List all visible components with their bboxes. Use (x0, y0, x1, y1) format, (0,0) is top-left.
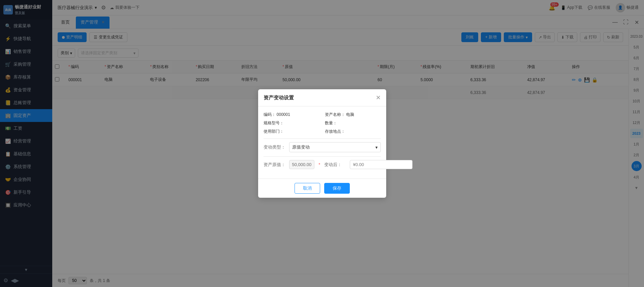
modal-spec: 规格型号： (264, 120, 319, 126)
modal-asset-value-row: 资产原值： 50,000.00 * 变动后： (264, 160, 381, 169)
modal-footer: 取消 保存 (258, 179, 386, 198)
change-type-label: 变动类型： (264, 144, 286, 150)
modal-location: 存放地点： (325, 129, 381, 134)
change-type-select[interactable]: 原值变动 ▾ (289, 142, 381, 152)
change-type-value: 原值变动 (292, 144, 310, 150)
modal-header: 资产变动设置 ✕ (258, 89, 386, 106)
asset-value-field: 50,000.00 (289, 160, 315, 169)
modal-quantity: 数量： (325, 120, 381, 126)
after-change-input[interactable] (350, 160, 412, 169)
modal-overlay: 资产变动设置 ✕ 编码： 000001 资产名称： 电脑 规格型号： 数量： (0, 0, 644, 287)
modal-code: 编码： 000001 (264, 112, 319, 118)
modal-body: 编码： 000001 资产名称： 电脑 规格型号： 数量： 使用部门： (258, 106, 386, 179)
save-button[interactable]: 保存 (324, 183, 350, 194)
modal-divider-1 (264, 138, 381, 139)
modal-divider-2 (264, 156, 381, 157)
cancel-button[interactable]: 取消 (295, 183, 320, 194)
modal-info-grid: 编码： 000001 资产名称： 电脑 规格型号： 数量： 使用部门： (264, 112, 381, 134)
required-star: * (318, 162, 320, 167)
modal-title: 资产变动设置 (264, 95, 294, 101)
modal-dept: 使用部门： (264, 129, 319, 134)
change-type-dropdown-icon: ▾ (375, 145, 378, 150)
modal-asset-name: 资产名称： 电脑 (325, 112, 381, 118)
asset-value-label: 资产原值： (264, 162, 286, 168)
modal-close-button[interactable]: ✕ (376, 94, 381, 101)
modal-change-type-row: 变动类型： 原值变动 ▾ (264, 142, 381, 152)
asset-change-modal: 资产变动设置 ✕ 编码： 000001 资产名称： 电脑 规格型号： 数量： (258, 89, 386, 198)
after-change-label: 变动后： (324, 162, 347, 168)
